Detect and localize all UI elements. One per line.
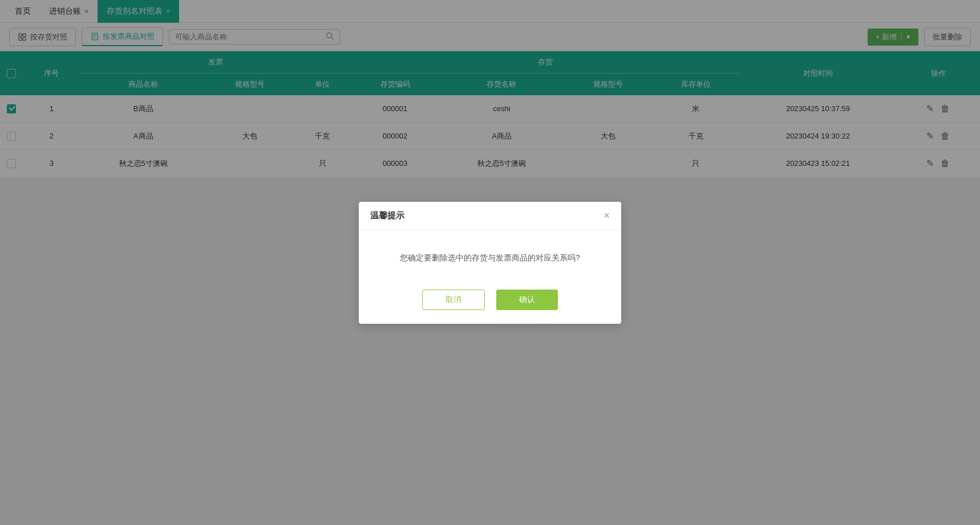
dialog-overlay[interactable]: 温馨提示 × 您确定要删除选中的存货与发票商品的对应关系吗? 取消 确认 [0, 0, 980, 177]
